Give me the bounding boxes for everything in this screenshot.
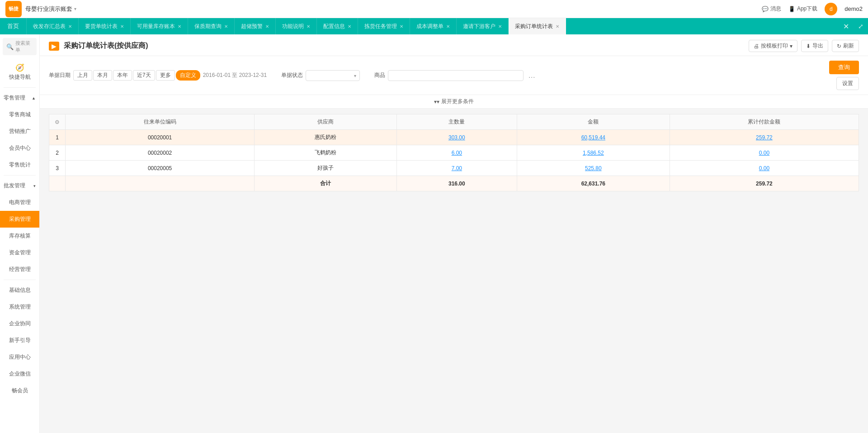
sidebar-item-purchase-mgmt[interactable]: 采购管理	[0, 211, 39, 228]
sidebar-item-enterprise-wechat[interactable]: 企业微信	[0, 366, 39, 382]
tab-function-desc[interactable]: 功能说明 ✕	[276, 18, 317, 34]
date-last-month[interactable]: 上月	[73, 70, 92, 81]
row-3-paid[interactable]: 0.00	[670, 161, 859, 176]
compass-icon: 🧭	[15, 63, 24, 72]
row-2-amount[interactable]: 1,586.52	[517, 145, 670, 161]
tab-cost-adjust-close[interactable]: ✕	[446, 24, 450, 29]
sidebar-item-app-center[interactable]: 应用中心	[0, 349, 39, 366]
status-filter-group: 单据状态	[281, 70, 360, 81]
sidebar-item-fund-mgmt[interactable]: 资金管理	[0, 244, 39, 261]
tab-pick-task[interactable]: 拣货任务管理 ✕	[358, 18, 410, 34]
sidebar-item-basic-info[interactable]: 基础信息	[0, 282, 39, 299]
date-custom[interactable]: 自定义	[176, 70, 200, 81]
search-menu-btn[interactable]: 🔍 搜索菜单	[3, 38, 37, 55]
row-1-index: 1	[49, 130, 66, 145]
tab-available-stock-close[interactable]: ✕	[178, 24, 181, 29]
sidebar-item-enterprise-collab[interactable]: 企业协同	[0, 315, 39, 332]
message-icon: 💬	[762, 6, 769, 12]
col-code-header: 往来单位编码	[66, 114, 255, 130]
date-this-month[interactable]: 本月	[93, 70, 112, 81]
sidebar-item-retail-mall[interactable]: 零售商城	[0, 106, 39, 123]
tab-function-desc-close[interactable]: ✕	[307, 24, 310, 29]
nav-tabs: 首页 收发存汇总表 ✕ 要货单统计表 ✕ 可用量库存账本 ✕ 保质期查询 ✕ 超…	[0, 18, 868, 34]
workspace-name: 母婴行业演示账套	[25, 5, 72, 13]
tab-invite-downstream[interactable]: 邀请下游客户 ✕	[457, 18, 509, 34]
sidebar-item-inventory-check[interactable]: 库存核算	[0, 228, 39, 244]
nav-tab-actions: ✕ ⤢	[839, 18, 868, 34]
date-this-year[interactable]: 本年	[113, 70, 132, 81]
wholesale-mgmt-arrow: ▾	[33, 184, 36, 188]
query-btn[interactable]: 查询	[829, 61, 859, 74]
row-1-amount[interactable]: 60,519.44	[517, 130, 670, 145]
tab-available-stock[interactable]: 可用量库存账本 ✕	[131, 18, 188, 34]
tab-overstock-warning-label: 超储预警	[241, 23, 263, 30]
sidebar-item-new-guide[interactable]: 新手引导	[0, 332, 39, 349]
refresh-btn[interactable]: ↻ 刷新	[832, 40, 859, 52]
row-2-paid[interactable]: 0.00	[670, 145, 859, 161]
tab-home-label: 首页	[7, 22, 19, 30]
row-1-quantity[interactable]: 303.00	[396, 130, 517, 145]
sidebar-item-ecommerce-mgmt[interactable]: 电商管理	[0, 194, 39, 211]
tab-config-info[interactable]: 配置信息 ✕	[317, 18, 358, 34]
tab-overstock-warning[interactable]: 超储预警 ✕	[235, 18, 276, 34]
message-label: 消息	[770, 5, 781, 13]
sidebar-divider-1	[4, 87, 36, 88]
export-btn[interactable]: ⬇ 导出	[801, 40, 828, 52]
table-header-row: ⚙ 往来单位编码 供应商 主数量 金额 累计付款金额	[49, 114, 859, 130]
workspace-selector[interactable]: 母婴行业演示账套 ▾	[25, 5, 76, 13]
status-select[interactable]	[306, 70, 360, 81]
sidebar-item-shortcut[interactable]: 🧭 快捷导航	[0, 59, 39, 86]
message-btn[interactable]: 💬 消息	[762, 5, 781, 13]
goods-more-icon[interactable]: …	[528, 71, 535, 80]
tab-receive-send[interactable]: 收发存汇总表 ✕	[27, 18, 79, 34]
goods-input[interactable]	[388, 70, 524, 81]
tab-order-summary[interactable]: 要货单统计表 ✕	[79, 18, 131, 34]
sidebar-item-system-mgmt[interactable]: 系统管理	[0, 299, 39, 315]
tab-cost-adjust[interactable]: 成本调整单 ✕	[410, 18, 457, 34]
sidebar-item-retail-mgmt[interactable]: 零售管理 ▲	[0, 90, 39, 106]
date-7days[interactable]: 近7天	[133, 70, 155, 81]
tab-pick-task-close[interactable]: ✕	[400, 24, 403, 29]
row-2-quantity[interactable]: 6.00	[396, 145, 517, 161]
row-3-amount[interactable]: 525.80	[517, 161, 670, 176]
row-3-quantity[interactable]: 7.00	[396, 161, 517, 176]
sidebar-item-operation-mgmt[interactable]: 经营管理	[0, 261, 39, 278]
date-more[interactable]: 更多	[156, 70, 175, 81]
user-name: demo2	[844, 5, 863, 12]
app-download-btn[interactable]: 📱 App下载	[788, 5, 817, 13]
settings-btn[interactable]: 设置	[836, 77, 859, 90]
col-paid-header: 累计付款金额	[670, 114, 859, 130]
user-avatar[interactable]: d	[825, 3, 837, 15]
sidebar-divider-3	[4, 280, 36, 280]
col-settings-icon[interactable]: ⚙	[55, 119, 60, 125]
tab-purchase-stat-close[interactable]: ✕	[556, 24, 559, 29]
nav-close-btn[interactable]: ✕	[839, 18, 854, 34]
tab-overstock-warning-close[interactable]: ✕	[265, 24, 269, 29]
tab-config-info-close[interactable]: ✕	[348, 24, 351, 29]
footer-empty-2	[66, 176, 255, 191]
sidebar-item-member-center[interactable]: 会员中心	[0, 140, 39, 157]
tab-receive-send-close[interactable]: ✕	[68, 24, 72, 29]
sidebar-item-marketing[interactable]: 营销推广	[0, 123, 39, 140]
tab-config-info-label: 配置信息	[323, 23, 345, 30]
expand-more-btn[interactable]: ▾▾ 展开更多条件	[434, 98, 474, 105]
sidebar-item-wholesale-mgmt[interactable]: 批发管理 ▾	[0, 177, 39, 194]
col-amount-header: 金额	[517, 114, 670, 130]
print-btn[interactable]: 🖨 按模板打印 ▾	[749, 40, 797, 52]
tab-home[interactable]: 首页	[0, 18, 27, 34]
tab-purchase-stat-label: 采购订单统计表	[515, 23, 553, 30]
tab-order-summary-close[interactable]: ✕	[120, 24, 124, 29]
tab-purchase-stat[interactable]: 采购订单统计表 ✕	[509, 18, 566, 34]
collapse-btn[interactable]: ▶	[49, 42, 59, 51]
page-header: ▶ 采购订单统计表(按供应商) 🖨 按模板打印 ▾ ⬇ 导出 ↻ 刷新	[40, 34, 868, 56]
tab-available-stock-label: 可用量库存账本	[137, 23, 175, 30]
nav-expand-btn[interactable]: ⤢	[854, 18, 868, 34]
tab-invite-downstream-close[interactable]: ✕	[498, 24, 502, 29]
tab-expiry-query[interactable]: 保质期查询 ✕	[188, 18, 235, 34]
tab-expiry-query-close[interactable]: ✕	[224, 24, 228, 29]
row-1-paid[interactable]: 259.72	[670, 130, 859, 145]
date-shortcuts: 上月 本月 本年 近7天 更多 自定义	[73, 70, 200, 81]
filter-expand-row: ▾▾ 展开更多条件	[40, 95, 868, 109]
sidebar-item-member[interactable]: 畅会员	[0, 382, 39, 399]
sidebar-item-retail-stats[interactable]: 零售统计	[0, 157, 39, 173]
